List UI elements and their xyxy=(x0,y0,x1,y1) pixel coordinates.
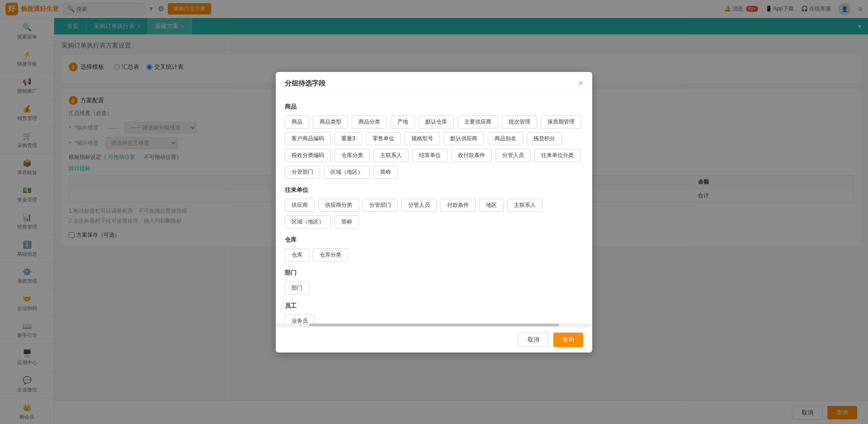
modal-header: 分组待选字段 × xyxy=(276,72,592,94)
field-tag-0-22[interactable]: 分管部门 xyxy=(285,166,320,179)
field-tag-1-0[interactable]: 供应商 xyxy=(285,199,315,212)
field-tag-0-16[interactable]: 仓库分类 xyxy=(335,149,370,162)
field-tag-3-0[interactable]: 部门 xyxy=(285,281,309,295)
field-tag-0-20[interactable]: 分管人员 xyxy=(495,149,531,162)
field-tag-1-4[interactable]: 付款条件 xyxy=(440,199,476,212)
field-tag-0-8[interactable]: 客户商品编码 xyxy=(285,132,331,145)
section-title-1: 往来单位 xyxy=(285,186,583,194)
field-tag-0-19[interactable]: 收付款条件 xyxy=(451,149,492,162)
field-tag-0-9[interactable]: 重量3 xyxy=(335,132,362,145)
field-tag-0-10[interactable]: 零售单位 xyxy=(366,132,401,145)
field-grid-2: 仓库仓库分类 xyxy=(285,248,583,262)
field-tag-0-14[interactable]: 拣货积分 xyxy=(527,132,562,145)
field-tag-2-0[interactable]: 仓库 xyxy=(285,248,309,262)
field-tag-0-6[interactable]: 批次管理 xyxy=(502,115,537,129)
section-title-2: 仓库 xyxy=(285,236,583,244)
field-tag-0-12[interactable]: 默认供应商 xyxy=(443,132,484,145)
section-title-0: 商品 xyxy=(285,103,583,111)
field-tag-0-21[interactable]: 往来单位分类 xyxy=(534,149,580,162)
field-grid-4: 业务员 xyxy=(285,314,583,324)
section-title-4: 员工 xyxy=(285,302,583,310)
field-tag-0-7[interactable]: 保质期管理 xyxy=(541,115,581,129)
field-tag-0-23[interactable]: 区域（地区） xyxy=(324,166,370,179)
modal-body[interactable]: 商品商品商品类型商品分类产地默认仓库主要供应商批次管理保质期管理客户商品编码重量… xyxy=(276,94,592,324)
field-tag-0-24[interactable]: 简称 xyxy=(373,166,398,179)
field-tag-1-2[interactable]: 分管部门 xyxy=(363,199,398,212)
cancel-button[interactable]: 取消 xyxy=(518,333,549,347)
modal-overlay: 分组待选字段 × 商品商品商品类型商品分类产地默认仓库主要供应商批次管理保质期管… xyxy=(0,0,868,424)
field-tag-2-1[interactable]: 仓库分类 xyxy=(313,248,348,262)
field-grid-1: 供应商供应商分类分管部门分管人员付款条件地区主联系人区域（地区）简称 xyxy=(285,199,583,229)
field-tag-0-11[interactable]: 规格型号 xyxy=(405,132,440,145)
field-tag-4-0[interactable]: 业务员 xyxy=(285,314,315,324)
confirm-button[interactable]: 查询 xyxy=(553,333,583,347)
field-tag-1-7[interactable]: 区域（地区） xyxy=(285,215,331,229)
modal: 分组待选字段 × 商品商品商品类型商品分类产地默认仓库主要供应商批次管理保质期管… xyxy=(276,72,592,353)
field-tag-1-8[interactable]: 简称 xyxy=(335,215,359,229)
field-tag-1-5[interactable]: 地区 xyxy=(479,199,504,212)
field-grid-3: 部门 xyxy=(285,281,583,295)
field-tag-0-3[interactable]: 产地 xyxy=(391,115,415,129)
field-tag-0-15[interactable]: 税收分类编码 xyxy=(285,149,331,162)
section-title-3: 部门 xyxy=(285,269,583,277)
scrollbar-thumb xyxy=(309,324,559,326)
field-tag-0-1[interactable]: 商品类型 xyxy=(313,115,348,129)
field-tag-1-6[interactable]: 主联系人 xyxy=(507,199,542,212)
field-tag-0-5[interactable]: 主要供应商 xyxy=(458,115,498,129)
field-tag-0-13[interactable]: 商品别名 xyxy=(488,132,523,145)
modal-title: 分组待选字段 xyxy=(285,79,326,88)
field-tag-0-18[interactable]: 结算单位 xyxy=(412,149,448,162)
field-tag-0-2[interactable]: 商品分类 xyxy=(352,115,387,129)
field-tag-1-1[interactable]: 供应商分类 xyxy=(318,199,359,212)
field-tag-1-3[interactable]: 分管人员 xyxy=(401,199,437,212)
field-tag-0-0[interactable]: 商品 xyxy=(285,115,309,129)
modal-footer: 取消 查询 xyxy=(276,327,592,353)
field-tag-0-17[interactable]: 主联系人 xyxy=(373,149,409,162)
modal-close-button[interactable]: × xyxy=(578,79,583,87)
field-tag-0-4[interactable]: 默认仓库 xyxy=(419,115,454,129)
field-grid-0: 商品商品类型商品分类产地默认仓库主要供应商批次管理保质期管理客户商品编码重量3零… xyxy=(285,115,583,179)
